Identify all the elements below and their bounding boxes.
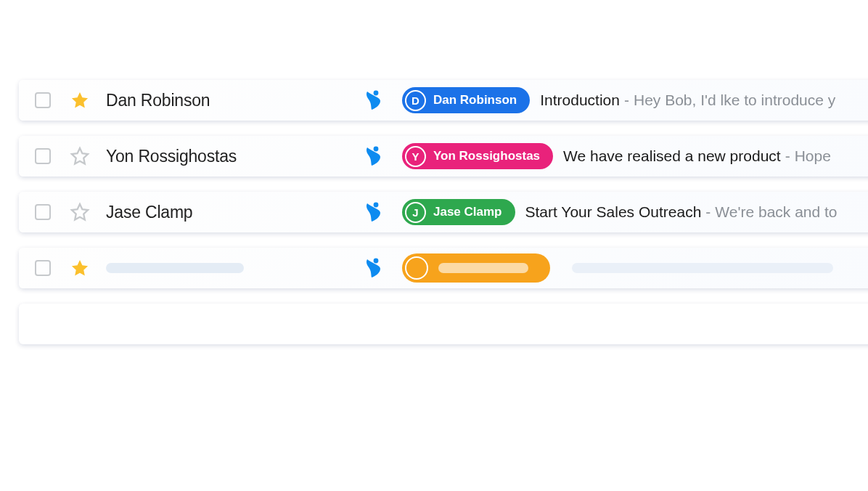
star-toggle[interactable]: [70, 146, 90, 166]
contact-pill[interactable]: Y Yon Rossighostas: [402, 143, 553, 169]
star-outline-icon: [70, 146, 90, 166]
pill-area: Y Yon Rossighostas We have realised a ne…: [402, 143, 831, 169]
skeleton-avatar: [405, 256, 428, 280]
contact-pill-label: Dan Robinson: [433, 93, 517, 107]
email-row[interactable]: Jase Clamp J Jase Clamp Start Your Sales…: [19, 192, 868, 232]
email-list: Dan Robinson D Dan Robinson Introduction…: [19, 80, 868, 344]
contact-pill[interactable]: D Dan Robinson: [402, 87, 530, 113]
subject-text: Start Your Sales Outreach: [525, 203, 702, 221]
separator-text: -: [785, 147, 790, 165]
preview-text: We're back and to: [715, 203, 837, 221]
pill-area: [402, 253, 833, 283]
email-row-empty: [19, 304, 868, 344]
preview-text: Hope: [795, 147, 831, 165]
contact-avatar: J: [405, 202, 426, 223]
skeleton-pill: [402, 253, 550, 283]
svg-point-1: [374, 147, 379, 152]
star-toggle[interactable]: [70, 90, 90, 110]
svg-point-0: [374, 91, 379, 96]
star-outline-icon: [70, 202, 90, 222]
pill-area: D Dan Robinson Introduction - Hey Bob, I…: [402, 87, 835, 113]
subject-text: We have realised a new product: [563, 147, 781, 165]
skeleton-bar: [572, 263, 833, 273]
brand-icon: [364, 146, 382, 166]
brand-icon: [364, 202, 382, 222]
star-icon: [70, 258, 90, 278]
subject-text: Introduction: [540, 92, 620, 109]
select-checkbox[interactable]: [35, 92, 51, 108]
separator-text: -: [705, 203, 711, 221]
select-checkbox[interactable]: [35, 260, 51, 276]
select-checkbox[interactable]: [35, 204, 51, 220]
preview-text: Hey Bob, I'd lke to introduce y: [634, 92, 835, 109]
email-row-loading: [19, 248, 868, 288]
sender-name: Jase Clamp: [106, 203, 192, 222]
brand-icon: [364, 258, 382, 278]
message-summary[interactable]: Introduction - Hey Bob, I'd lke to intro…: [540, 92, 835, 109]
email-row[interactable]: Dan Robinson D Dan Robinson Introduction…: [19, 80, 868, 121]
sender-name: Yon Rossighostas: [106, 147, 237, 166]
contact-avatar: D: [405, 90, 426, 111]
skeleton-bar: [106, 263, 244, 273]
contact-pill-label: Yon Rossighostas: [433, 149, 540, 163]
sender-name: Dan Robinson: [106, 91, 210, 110]
message-summary[interactable]: We have realised a new product - Hope: [563, 147, 831, 165]
contact-pill-label: Jase Clamp: [433, 205, 502, 219]
message-summary[interactable]: Start Your Sales Outreach - We're back a…: [525, 203, 838, 221]
skeleton-bar: [438, 263, 528, 273]
select-checkbox[interactable]: [35, 148, 51, 164]
pill-area: J Jase Clamp Start Your Sales Outreach -…: [402, 199, 838, 225]
star-toggle[interactable]: [70, 202, 90, 222]
svg-point-2: [374, 203, 379, 208]
email-row[interactable]: Yon Rossighostas Y Yon Rossighostas We h…: [19, 136, 868, 176]
separator-text: -: [624, 92, 629, 109]
star-icon: [70, 90, 90, 110]
star-toggle[interactable]: [70, 258, 90, 278]
contact-avatar: Y: [405, 146, 426, 167]
contact-pill[interactable]: J Jase Clamp: [402, 199, 515, 225]
svg-point-3: [374, 259, 379, 264]
brand-icon: [364, 90, 382, 110]
